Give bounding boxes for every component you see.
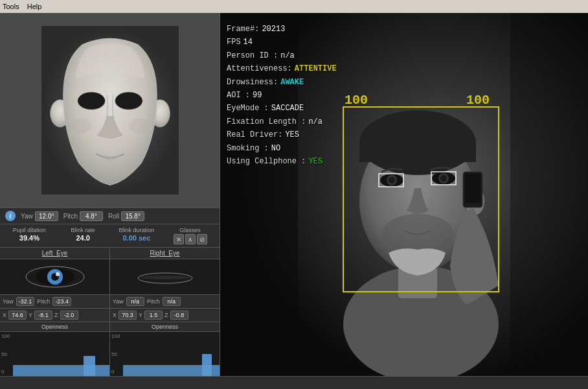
right-x-label: X	[113, 312, 117, 318]
blink-duration-label: Blink duration	[119, 227, 155, 233]
eyemode-value: SACCADE	[271, 102, 304, 115]
smoking-value: NO	[271, 142, 280, 155]
svg-text:100: 100	[345, 93, 368, 108]
pitch-value: 4.8°	[80, 211, 103, 221]
blink-rate-value: 24.0	[76, 234, 89, 242]
right-chart-axis: 100 50 0	[110, 332, 121, 376]
person-id-label: Person ID :	[227, 49, 278, 62]
face-3d-display	[0, 13, 220, 207]
drowsiness-value: AWAKE	[280, 76, 304, 89]
aoi-label: AOI :	[227, 89, 250, 102]
cellphone-value: YES	[308, 155, 322, 168]
right-eye-xyz: X 70.3 Y 1.5 Z -0.8	[110, 309, 220, 322]
blink-rate-group: Blink rate 24.0	[59, 227, 107, 244]
left-chart-spike	[84, 356, 95, 376]
blink-rate-label: Blink rate	[71, 227, 95, 233]
attentiveness-label: Attentiveness:	[227, 62, 292, 75]
cellphone-line: Using Cellphone : YES	[227, 155, 337, 168]
right-eye-header: Right_Eye	[110, 248, 220, 259]
real-driver-label: Real Driver:	[227, 128, 282, 141]
angles-bar: i Yaw 12.0° Pitch 4.8° Roll 15.8°	[0, 207, 220, 224]
attentiveness-line: Attentiveness: ATTENTIVE	[227, 62, 337, 75]
left-y-value: -8.1	[34, 311, 52, 320]
fps-value: 14	[243, 36, 253, 49]
status-bar	[0, 376, 588, 389]
svg-point-11	[56, 272, 60, 276]
glasses-label: Glasses	[179, 227, 201, 233]
glasses-btn-x[interactable]: ✕	[174, 234, 184, 244]
cellphone-label: Using Cellphone :	[227, 155, 306, 168]
svg-point-28	[440, 175, 447, 182]
yaw-group: Yaw 12.0°	[21, 211, 58, 221]
svg-rect-22	[359, 143, 476, 162]
pupil-dilation-value: 39.4%	[19, 234, 40, 242]
left-z-value: -2.0	[60, 311, 78, 320]
right-z-value: -0.8	[170, 311, 188, 320]
smoking-line: Smoking : NO	[227, 142, 337, 155]
right-x-value: 70.3	[119, 311, 137, 320]
svg-rect-32	[465, 174, 481, 203]
pupil-dilation-label: Pupil dilation	[13, 227, 46, 233]
eyemode-line: EyeMode : SACCADE	[227, 102, 337, 115]
left-eye-panel: Left_Eye Yaw -32.1 Pitch -23.4	[0, 248, 110, 376]
left-panel: i Yaw 12.0° Pitch 4.8° Roll 15.8° Pupil …	[0, 13, 220, 376]
real-driver-line: Real Driver: YES	[227, 128, 337, 141]
right-openness-section: Openness 100 50 0	[110, 322, 220, 376]
svg-point-5	[69, 119, 91, 134]
svg-point-25	[389, 177, 395, 183]
left-openness-label: Openness	[0, 322, 109, 332]
yaw-value: 12.0°	[35, 211, 58, 221]
person-id-value: n/a	[280, 49, 295, 62]
right-yaw-label: Yaw	[113, 298, 124, 305]
right-eye-angles: Yaw n/a Pitch n/a	[110, 295, 220, 309]
left-openness-chart: 100 50 0	[0, 332, 109, 376]
fps-label: FPS	[227, 36, 241, 49]
menu-tools[interactable]: Tools	[3, 3, 19, 10]
left-chart-axis: 100 50 0	[0, 332, 11, 376]
svg-point-6	[128, 119, 151, 134]
svg-text:100: 100	[466, 93, 490, 108]
left-eye-xyz: X 74.6 Y -8.1 Z -2.0	[0, 309, 109, 322]
left-yaw-label: Yaw	[3, 298, 14, 305]
left-x-value: 74.6	[8, 311, 27, 320]
eyemode-label: EyeMode :	[227, 102, 269, 115]
glasses-btn-check[interactable]: ∧	[185, 234, 196, 244]
fixation-line: Fixation Length : n/a	[227, 115, 337, 128]
smoking-label: Smoking :	[227, 142, 269, 155]
roll-group: Roll 15.8°	[108, 211, 144, 221]
left-z-label: Z	[54, 312, 58, 318]
roll-value: 15.8°	[121, 211, 144, 221]
left-eye-header: Left_Eye	[0, 248, 109, 259]
glasses-controls: ✕ ∧ ⊘	[174, 234, 207, 244]
right-chart-50: 50	[111, 351, 120, 357]
roll-label: Roll	[108, 213, 119, 220]
right-eye-display	[110, 259, 220, 295]
frame-label: Frame#:	[227, 23, 259, 36]
right-eye-panel: Right_Eye Yaw n/a Pitch n/a X	[110, 248, 220, 376]
camera-feed-panel: 100 100 Frame#: 20213 FPS 14 Person ID :…	[220, 13, 588, 376]
left-x-label: X	[3, 312, 6, 318]
overlay-info: Frame#: 20213 FPS 14 Person ID : n/a Att…	[227, 23, 337, 168]
left-chart-100: 100	[1, 333, 10, 339]
person-id-line: Person ID : n/a	[227, 49, 337, 62]
left-pitch-label: Pitch	[37, 298, 50, 305]
drowsiness-line: Drowsiness: AWAKE	[227, 76, 337, 89]
glasses-btn-slash[interactable]: ⊘	[197, 234, 207, 244]
eye-panels: Left_Eye Yaw -32.1 Pitch -23.4	[0, 248, 220, 376]
svg-point-29	[382, 214, 453, 253]
svg-rect-17	[510, 13, 588, 376]
aoi-value: 99	[253, 89, 262, 102]
right-openness-chart: 100 50 0	[110, 332, 220, 376]
pitch-group: Pitch 4.8°	[63, 211, 103, 221]
frame-line: Frame#: 20213	[227, 23, 337, 36]
menu-help[interactable]: Help	[27, 3, 42, 10]
pupil-dilation-group: Pupil dilation 39.4%	[5, 227, 54, 244]
menu-bar: Tools Help	[0, 0, 588, 13]
left-y-label: Y	[28, 312, 32, 318]
main-content: i Yaw 12.0° Pitch 4.8° Roll 15.8° Pupil …	[0, 13, 588, 376]
aoi-line: AOI : 99	[227, 89, 337, 102]
right-chart-100: 100	[111, 333, 120, 339]
right-yaw-value: n/a	[126, 297, 144, 306]
right-chart-spike	[202, 354, 212, 376]
blink-duration-value: 0.00 sec	[122, 234, 150, 242]
